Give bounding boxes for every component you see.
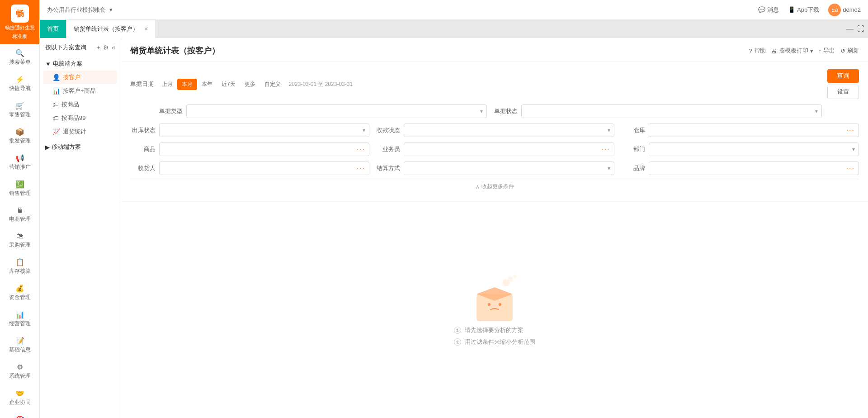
tree-item-by-product[interactable]: 🏷 按商品	[40, 98, 121, 111]
collapse-panel-button[interactable]: «	[112, 44, 115, 51]
left-panel: 按以下方案查询 + ⚙ « ▼ 电脑端方案 👤 按客户 📊	[40, 38, 121, 418]
sidebar-item-purchase[interactable]: 🛍 采购管理	[0, 228, 39, 253]
more-btn[interactable]: 更多	[240, 79, 260, 90]
sidebar-item-label: 电商管理	[9, 215, 31, 223]
last7-btn[interactable]: 近7天	[217, 79, 240, 90]
product-label: 商品	[130, 145, 156, 153]
tab-close-icon[interactable]: ✕	[144, 26, 148, 32]
tree-mobile-parent[interactable]: ▶ 移动端方案	[40, 140, 121, 154]
sidebar-item-label: 快捷导航	[9, 85, 31, 92]
warehouse-input[interactable]: ···	[649, 124, 859, 137]
custom-btn[interactable]: 自定义	[260, 79, 285, 90]
sidebar-item-new-guide[interactable]: 🎯 新手引导	[0, 411, 39, 418]
industry-selector[interactable]: 办公用品行业模拟账套 ▾	[47, 6, 113, 14]
date-filter: 上月 本月 本年 近7天 更多 自定义 2023-03-01 至 2023-03…	[157, 79, 827, 90]
sidebar-item-operations[interactable]: 📊 经营管理	[0, 306, 39, 332]
doc-type-cell: 单据类型 ▾	[157, 104, 487, 118]
tab-bar-actions: — ⛶	[846, 25, 868, 33]
settings-scheme-button[interactable]: ⚙	[103, 44, 109, 51]
help-button[interactable]: ? 帮助	[749, 47, 765, 55]
current-month-btn[interactable]: 本月	[177, 79, 197, 90]
receiver-cell: 收货人 ···	[130, 162, 369, 175]
message-button[interactable]: 💬 消息	[758, 6, 779, 14]
dropdown-icon: ▾	[109, 6, 113, 13]
tab-minimize-button[interactable]: —	[846, 25, 854, 33]
payment-status-cell: 收款状态 ▾	[375, 124, 614, 137]
sidebar-item-search[interactable]: 🔍 搜索菜单	[0, 44, 39, 71]
operations-icon: 📊	[15, 310, 24, 319]
settlement-select[interactable]: ▾	[404, 162, 614, 175]
sidebar-item-label: 经营管理	[9, 320, 31, 328]
avatar: Ea	[828, 4, 841, 16]
refresh-button[interactable]: ↺ 刷新	[840, 47, 859, 55]
tree-item-label: 按商品99	[61, 114, 85, 122]
page-actions: ? 帮助 🖨 按模板打印 ▾ ↑ 导出 ↺ 刷新	[749, 47, 859, 55]
refresh-label: 刷新	[847, 47, 859, 55]
empty-hint-2: ② 用过滤条件来缩小分析范围	[454, 338, 535, 346]
sidebar-logo[interactable]: 畅 畅捷通好生意 标准版	[0, 0, 39, 44]
payment-status-select[interactable]: ▾	[404, 124, 614, 137]
sidebar-item-finance[interactable]: 💰 资金管理	[0, 280, 39, 306]
delivery-chevron: ▾	[363, 127, 365, 133]
delivery-status-select[interactable]: ▾	[159, 124, 369, 137]
last-month-btn[interactable]: 上月	[157, 79, 177, 90]
wholesale-icon: 📦	[15, 128, 24, 136]
sidebar-item-label: 销售管理	[9, 190, 31, 197]
top-header: 办公用品行业模拟账套 ▾ 💬 消息 📱 App下载 Ea demo2	[40, 0, 868, 20]
tab-maximize-button[interactable]: ⛶	[857, 25, 864, 33]
warehouse-label: 仓库	[620, 126, 645, 134]
logo-text: 畅捷通好生意	[5, 24, 35, 31]
quick-nav-icon: ⚡	[15, 75, 24, 84]
tree-desktop-parent[interactable]: ▼ 电脑端方案	[40, 57, 121, 71]
settlement-chevron: ▾	[608, 165, 610, 171]
department-label: 部门	[620, 145, 645, 153]
department-select[interactable]: ▾	[649, 142, 859, 156]
sidebar-item-wholesale[interactable]: 📦 批发管理	[0, 123, 39, 149]
industry-name: 办公用品行业模拟账套	[47, 6, 106, 14]
tree-desktop-label: 电脑端方案	[53, 60, 82, 68]
current-year-btn[interactable]: 本年	[197, 79, 217, 90]
tree-item-by-product99[interactable]: 🏷 按商品99	[40, 111, 121, 125]
user-profile[interactable]: Ea demo2	[828, 4, 861, 16]
tab-home[interactable]: 首页	[40, 20, 66, 38]
tree-item-return-stats[interactable]: 📈 退货统计	[40, 125, 121, 138]
brand-input[interactable]: ···	[649, 162, 859, 175]
tree-item-label: 按商品	[61, 100, 79, 109]
sidebar-item-system[interactable]: ⚙ 系统管理	[0, 358, 39, 385]
settlement-cell: 结算方式 ▾	[375, 162, 614, 175]
add-scheme-button[interactable]: +	[97, 44, 100, 51]
basic-info-icon: 📝	[15, 337, 24, 345]
tree-expand-icon: ▼	[45, 61, 51, 67]
header-right: 💬 消息 📱 App下载 Ea demo2	[758, 4, 861, 16]
sidebar-item-label: 系统管理	[9, 372, 31, 380]
tab-report[interactable]: 销货单统计表（按客户） ✕	[66, 20, 156, 38]
inventory-icon: 📋	[15, 258, 24, 266]
doc-status-select[interactable]: ▾	[521, 104, 822, 118]
doc-type-select[interactable]: ▾	[186, 104, 487, 118]
sidebar-item-sales[interactable]: 💹 销售管理	[0, 176, 39, 202]
sidebar-item-retail[interactable]: 🛒 零售管理	[0, 97, 39, 123]
sidebar-item-label: 采购管理	[9, 241, 31, 249]
tree-item-by-customer-product[interactable]: 📊 按客户+商品	[40, 84, 121, 98]
brand-cell: 品牌 ···	[620, 162, 859, 175]
product-cell: 商品 ···	[130, 142, 369, 156]
receiver-input[interactable]: ···	[159, 162, 369, 175]
settings-button[interactable]: 设置	[827, 85, 859, 99]
app-download-button[interactable]: 📱 App下载	[788, 6, 819, 14]
tree-item-by-customer[interactable]: 👤 按客户	[43, 71, 117, 84]
template-print-button[interactable]: 🖨 按模板打印 ▾	[771, 47, 813, 55]
sidebar-item-inventory[interactable]: 📋 库存核算	[0, 253, 39, 280]
sidebar-item-marketing[interactable]: 📢 营销推广	[0, 149, 39, 176]
query-button[interactable]: 查询	[827, 69, 859, 83]
salesperson-input[interactable]: ···	[404, 142, 614, 156]
sidebar-item-enterprise[interactable]: 🤝 企业协同	[0, 385, 39, 411]
export-button[interactable]: ↑ 导出	[819, 47, 835, 55]
collapse-bar[interactable]: ∧ 收起更多条件	[130, 179, 859, 194]
sidebar-item-ecommerce[interactable]: 🖥 电商管理	[0, 202, 39, 228]
product-input[interactable]: ···	[159, 142, 369, 156]
sidebar-item-basic-info[interactable]: 📝 基础信息	[0, 332, 39, 358]
customer-icon: 👤	[52, 74, 60, 81]
warehouse-cell: 仓库 ···	[620, 124, 859, 137]
sidebar-item-quick-nav[interactable]: ⚡ 快捷导航	[0, 71, 39, 97]
empty-svg	[467, 274, 522, 323]
